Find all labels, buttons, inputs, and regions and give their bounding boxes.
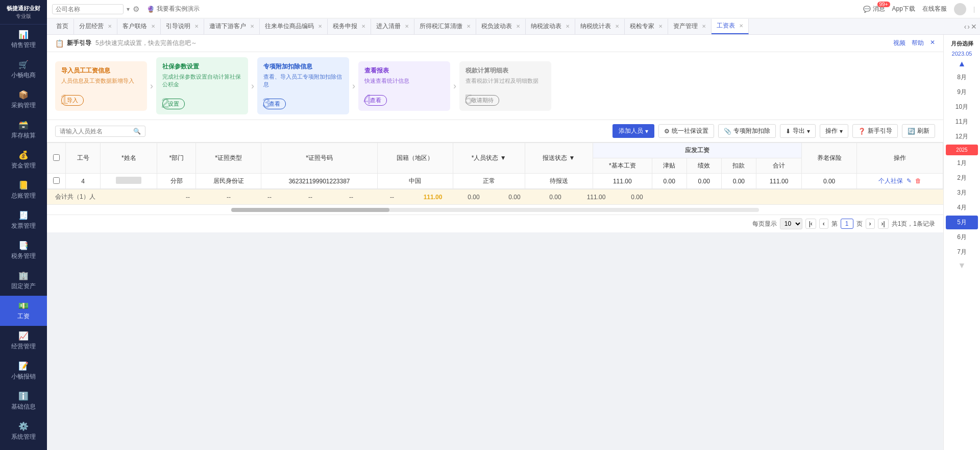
- tab-prev-arrow[interactable]: ‹: [964, 22, 967, 31]
- close-tab-product-code[interactable]: ✕: [318, 23, 322, 29]
- person-status-filter-icon[interactable]: ▼: [500, 154, 506, 161]
- guide-help-link[interactable]: 帮助: [912, 39, 924, 48]
- sidebar-item-tax[interactable]: 📑 税务管理: [0, 235, 47, 266]
- ops-edit-icon[interactable]: ✎: [906, 177, 912, 184]
- close-tab-tax-expert[interactable]: ✕: [658, 23, 663, 29]
- month-item-5[interactable]: 5月: [946, 216, 978, 229]
- month-panel-year[interactable]: 2023.05: [949, 50, 975, 58]
- month-item-9[interactable]: 9月: [946, 85, 978, 99]
- report-status-filter-icon[interactable]: ▼: [569, 154, 575, 161]
- month-item-3[interactable]: 3月: [946, 186, 978, 200]
- company-dropdown-icon[interactable]: ▾: [127, 6, 130, 13]
- app-download-link[interactable]: App下载: [892, 5, 915, 13]
- close-tab-contact[interactable]: ✕: [151, 23, 155, 29]
- guide-video-link[interactable]: 视频: [893, 39, 905, 48]
- add-person-button[interactable]: 添加人员 ▾: [612, 124, 654, 138]
- export-button[interactable]: ⬇ 导出 ▾: [780, 124, 816, 138]
- ops-delete-icon[interactable]: 🗑: [915, 177, 921, 184]
- tab-tax-fluctuation[interactable]: 税负波动表 ✕: [476, 19, 526, 34]
- month-item-2[interactable]: 2月: [946, 171, 978, 185]
- month-item-8[interactable]: 8月: [946, 70, 978, 84]
- tab-asset-mgmt[interactable]: 资产管理 ✕: [668, 19, 712, 34]
- sidebar-item-ecommerce[interactable]: 🛒 小畅电商: [0, 55, 47, 85]
- sidebar-label-ecommerce: 小畅电商: [11, 71, 36, 80]
- tab-income-tax[interactable]: 所得税汇算清缴 ✕: [414, 19, 476, 34]
- tab-guide[interactable]: 引导说明 ✕: [161, 19, 204, 34]
- tab-tax-dynamic[interactable]: 纳税波动表 ✕: [526, 19, 575, 34]
- unified-settings-button[interactable]: ⚙ 统一社保设置: [658, 124, 714, 138]
- close-tab-invite[interactable]: ✕: [250, 23, 254, 29]
- tab-tax-expert[interactable]: 税检专家 ✕: [625, 19, 668, 34]
- tab-clearing[interactable]: 进入清册 ✕: [371, 19, 414, 34]
- sidebar-item-payroll[interactable]: 💵 工资: [0, 296, 47, 326]
- prev-page-btn[interactable]: ‹: [819, 219, 828, 229]
- special-deduction-button[interactable]: 📎 专项附加扣除: [718, 124, 776, 138]
- sidebar-item-invoice[interactable]: 🧾 发票管理: [0, 205, 47, 235]
- next-page-btn[interactable]: ›: [866, 219, 875, 229]
- guide-close-icon[interactable]: ✕: [930, 39, 935, 48]
- close-tab-tax-dynamic[interactable]: ✕: [566, 23, 570, 29]
- operate-button[interactable]: 操作 ▾: [820, 124, 848, 138]
- step4-num: 4: [363, 91, 372, 108]
- search-icon[interactable]: 🔍: [133, 128, 141, 135]
- tab-contact[interactable]: 客户联络 ✕: [117, 19, 161, 34]
- tab-payroll[interactable]: 工资表 ✕: [712, 19, 749, 34]
- close-tab-guide[interactable]: ✕: [194, 23, 199, 29]
- tab-layered[interactable]: 分层经营 ✕: [74, 19, 117, 34]
- month-panel-up-arrow[interactable]: ▲: [957, 58, 968, 70]
- close-tab-tax-report[interactable]: ✕: [361, 23, 365, 29]
- sidebar-item-purchase[interactable]: 📦 采购管理: [0, 85, 47, 115]
- tab-close-all[interactable]: ✕: [971, 22, 977, 31]
- sidebar-item-inventory[interactable]: 🗃️ 库存核算: [0, 115, 47, 145]
- message-badge: 99+: [877, 2, 890, 7]
- user-avatar[interactable]: [954, 3, 966, 15]
- month-item-10[interactable]: 10月: [946, 100, 978, 114]
- close-tab-payroll[interactable]: ✕: [739, 23, 743, 29]
- month-panel-down-arrow[interactable]: ▼: [957, 259, 968, 272]
- settings-gear-icon[interactable]: ⚙: [133, 5, 139, 14]
- tab-invite[interactable]: 邀请下游客户 ✕: [204, 19, 260, 34]
- month-item-12[interactable]: 12月: [946, 130, 978, 144]
- month-item-7[interactable]: 7月: [946, 245, 978, 259]
- month-item-11[interactable]: 11月: [946, 115, 978, 129]
- message-icon: 💬: [863, 6, 871, 13]
- close-tab-clearing[interactable]: ✕: [405, 23, 409, 29]
- tab-home[interactable]: 首页: [51, 19, 74, 34]
- newguide-button[interactable]: ❓ 新手引导: [852, 124, 898, 138]
- tab-next-arrow[interactable]: ›: [967, 22, 970, 31]
- close-tab-layered[interactable]: ✕: [108, 23, 112, 29]
- month-item-6[interactable]: 6月: [946, 230, 978, 244]
- tab-tax-report[interactable]: 税务申报 ✕: [328, 19, 371, 34]
- sidebar-item-collab[interactable]: 🤝 企业协同: [0, 446, 47, 451]
- demo-link[interactable]: 🔮 我要看实例演示: [147, 5, 200, 13]
- search-input[interactable]: [60, 128, 131, 135]
- sidebar-item-basic-info[interactable]: ℹ️ 基础信息: [0, 386, 47, 416]
- last-page-btn[interactable]: ›|: [878, 219, 889, 229]
- month-item-4[interactable]: 4月: [946, 201, 978, 215]
- select-all-checkbox[interactable]: [53, 154, 60, 161]
- row-checkbox-cell[interactable]: [47, 174, 66, 189]
- first-page-btn[interactable]: |‹: [805, 219, 816, 229]
- refresh-button[interactable]: 🔄 刷新: [902, 124, 935, 138]
- close-tab-income-tax[interactable]: ✕: [467, 23, 471, 29]
- total-records-label: 共1页，1条记录: [892, 220, 935, 228]
- sidebar-item-sales[interactable]: 📊 销售管理: [0, 25, 47, 55]
- row-checkbox[interactable]: [53, 177, 60, 184]
- sidebar-item-system[interactable]: ⚙️ 系统管理: [0, 416, 47, 446]
- close-tab-asset-mgmt[interactable]: ✕: [702, 23, 706, 29]
- message-button[interactable]: 💬 消息 99+: [863, 5, 885, 13]
- sidebar-item-expense[interactable]: 📝 小畅报销: [0, 356, 47, 386]
- close-tab-tax-stats[interactable]: ✕: [615, 23, 619, 29]
- sidebar-item-ledger[interactable]: 📒 总账管理: [0, 175, 47, 205]
- tab-product-code[interactable]: 往来单位商品编码 ✕: [260, 19, 328, 34]
- sidebar-item-operations[interactable]: 📈 经营管理: [0, 326, 47, 356]
- online-service-link[interactable]: 在线客服: [922, 5, 947, 13]
- ops-personal-social-btn[interactable]: 个人社保: [878, 177, 903, 184]
- tab-tax-stats[interactable]: 纳税统计表 ✕: [575, 19, 625, 34]
- close-tab-tax-fluctuation[interactable]: ✕: [516, 23, 520, 29]
- sidebar-item-finance[interactable]: 💰 资金管理: [0, 145, 47, 175]
- sidebar-item-assets[interactable]: 🏢 固定资产: [0, 266, 47, 296]
- company-input[interactable]: [52, 4, 124, 14]
- month-item-1[interactable]: 1月: [946, 156, 978, 170]
- page-size-select[interactable]: 10 20 50: [780, 218, 802, 229]
